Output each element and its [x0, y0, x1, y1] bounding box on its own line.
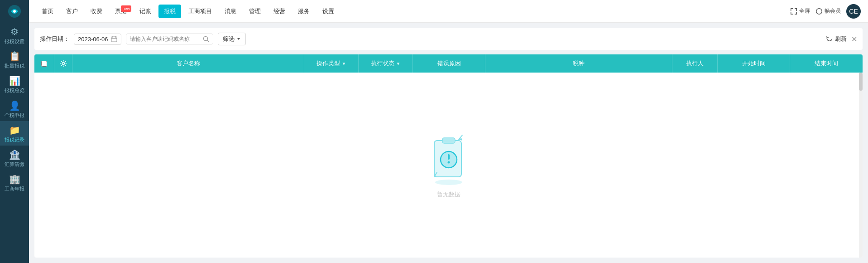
sidebar-item-piliangbaoshui[interactable]: 📋 批量报税: [0, 47, 29, 72]
svg-marker-8: [237, 38, 240, 40]
date-label: 操作日期：: [40, 35, 69, 43]
nav-fuwu[interactable]: 服务: [293, 5, 315, 18]
th-starttime: 开始时间: [718, 54, 790, 73]
nav-shezhi[interactable]: 设置: [317, 5, 340, 18]
sidebar-item-geshuishenbao[interactable]: 👤 个税申报: [0, 97, 29, 121]
search-button[interactable]: [199, 34, 213, 44]
filter-bar: 操作日期： 2023-06-06 筛选 刷新 ✕: [34, 28, 863, 50]
search-input[interactable]: [126, 34, 199, 44]
th-settings[interactable]: [54, 54, 72, 73]
empty-illustration: [426, 132, 471, 186]
sidebar-item-huisuanqingjiao[interactable]: 🏦 汇算清缴: [0, 146, 29, 170]
sidebar: ⚙ 报税设置 📋 批量报税 📊 报税总览 👤 个税申报 📁 报税记录 🏦 汇算清…: [0, 0, 29, 263]
refresh-button[interactable]: 刷新: [826, 35, 847, 43]
sort-exstatus-icon: ▼: [396, 61, 401, 66]
filter-button[interactable]: 筛选: [218, 33, 246, 45]
th-taxtype: 税种: [485, 54, 672, 73]
sidebar-logo: [0, 0, 29, 23]
main-area: 首页 客户 收费 票据 new 记账 报税 工商项目 消息: [29, 0, 868, 263]
fullscreen-btn[interactable]: 全屏: [790, 7, 810, 15]
svg-line-7: [207, 40, 209, 42]
svg-rect-14: [448, 154, 450, 160]
new-badge: new: [121, 5, 131, 12]
th-executor: 执行人: [672, 54, 718, 73]
th-checkbox[interactable]: [34, 54, 54, 73]
th-exstatus[interactable]: 执行状态 ▼: [359, 54, 413, 73]
sort-optype-icon: ▼: [342, 61, 346, 66]
avatar[interactable]: CE: [846, 4, 861, 19]
nav-xiaoxi[interactable]: 消息: [219, 5, 242, 18]
topnav-right: 全屏 畅会员 CE: [790, 4, 861, 19]
sidebar-item-baoshuijilu[interactable]: 📁 报税记录: [0, 121, 29, 146]
settings-icon: ⚙: [10, 26, 19, 37]
nav-guanli[interactable]: 管理: [244, 5, 266, 18]
sidebar-item-label: 汇算清缴: [5, 161, 24, 167]
nav-shoufei[interactable]: 收费: [85, 5, 108, 18]
svg-rect-12: [442, 138, 455, 143]
select-all-checkbox[interactable]: [41, 61, 47, 67]
sidebar-item-label: 批量报税: [5, 63, 24, 69]
table-body: 暂无数据: [34, 73, 863, 258]
empty-text: 暂无数据: [437, 190, 460, 199]
nav-kehu[interactable]: 客户: [61, 5, 83, 18]
building-icon: 🏢: [9, 174, 20, 185]
content-area: 操作日期： 2023-06-06 筛选 刷新 ✕: [29, 23, 868, 263]
svg-rect-2: [111, 37, 117, 42]
nav-shouye[interactable]: 首页: [36, 5, 59, 18]
nav-baoshui[interactable]: 报税: [158, 5, 181, 18]
record-icon: 📁: [9, 125, 20, 136]
overview-icon: 📊: [9, 75, 20, 86]
sidebar-item-label: 报税总览: [5, 88, 24, 93]
search-input-wrap: [126, 34, 213, 44]
sidebar-item-gongshangnianbaot[interactable]: 🏢 工商年报: [0, 170, 29, 195]
table-header: 客户名称 操作类型 ▼ 执行状态 ▼ 错误原因 税种 执行人: [34, 54, 863, 73]
th-client: 客户名称: [72, 54, 304, 73]
topnav-items: 首页 客户 收费 票据 new 记账 报税 工商项目 消息: [36, 5, 790, 18]
sidebar-item-label: 报税记录: [5, 137, 24, 143]
svg-point-1: [13, 10, 16, 13]
nav-fapiao[interactable]: 票据 new: [110, 5, 132, 18]
bank-icon: 🏦: [9, 149, 20, 160]
scroll-hint: [859, 73, 863, 258]
scroll-thumb[interactable]: [859, 73, 863, 91]
th-erreason: 错误原因: [413, 54, 485, 73]
person-icon: 👤: [9, 100, 20, 111]
nav-gongshangxiangmu[interactable]: 工商项目: [183, 5, 217, 18]
svg-point-9: [62, 63, 64, 65]
empty-state: 暂无数据: [426, 132, 471, 199]
th-endtime: 结束时间: [790, 54, 863, 73]
member-btn[interactable]: 畅会员: [815, 7, 841, 15]
th-optype[interactable]: 操作类型 ▼: [304, 54, 359, 73]
svg-point-10: [435, 180, 462, 185]
sidebar-item-label: 报税设置: [5, 39, 24, 44]
close-button[interactable]: ✕: [851, 35, 857, 44]
table: 客户名称 操作类型 ▼ 执行状态 ▼ 错误原因 税种 执行人: [34, 54, 863, 258]
nav-jizhang[interactable]: 记账: [134, 5, 157, 18]
topnav: 首页 客户 收费 票据 new 记账 报税 工商项目 消息: [29, 0, 868, 23]
date-picker[interactable]: 2023-06-06: [74, 34, 121, 45]
sidebar-item-baoeshuizonglan[interactable]: 📊 报税总览: [0, 72, 29, 96]
sidebar-item-baoshuishezhi[interactable]: ⚙ 报税设置: [0, 23, 29, 47]
sidebar-item-label: 工商年报: [5, 186, 24, 192]
sidebar-item-label: 个税申报: [5, 112, 24, 118]
batch-icon: 📋: [9, 51, 20, 62]
nav-jingying[interactable]: 经营: [268, 5, 291, 18]
svg-point-15: [447, 161, 450, 164]
